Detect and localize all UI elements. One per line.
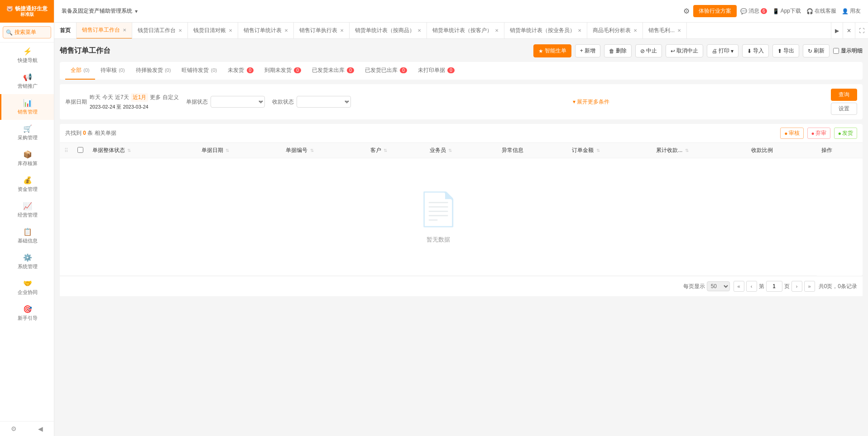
filter-tab-shipped-out[interactable]: 已发货已出库 0 (360, 62, 412, 80)
sidebar-item-inventory[interactable]: 📦 库存核算 (0, 146, 54, 171)
date-yesterday[interactable]: 昨天 (90, 94, 101, 101)
sidebar-item-quick-nav[interactable]: ⚡ 快捷导航 (0, 43, 54, 68)
tab-maximize[interactable]: ⛶ (855, 23, 868, 39)
print-dropdown-icon[interactable]: ▾ (731, 48, 734, 54)
collapse-icon[interactable]: ◀ (38, 425, 43, 432)
payment-select[interactable] (297, 96, 351, 108)
sort-staff-icon[interactable]: ⇅ (448, 148, 452, 153)
tab-sales-margin[interactable]: 销售毛利... ✕ (643, 23, 687, 39)
sort-customer-icon[interactable]: ⇅ (384, 148, 387, 153)
sidebar-item-guide[interactable]: 🎯 新手引导 (0, 300, 54, 326)
tab-close-cash-daily[interactable]: ✕ (178, 28, 182, 33)
date-1month[interactable]: 近1月 (131, 93, 149, 102)
date-today[interactable]: 今天 (102, 94, 113, 101)
date-custom[interactable]: 自定义 (163, 94, 179, 101)
tab-close-sales-margin[interactable]: ✕ (677, 28, 681, 33)
tab-close-sales-workbench[interactable]: ✕ (123, 28, 126, 33)
sort-status-icon[interactable]: ⇅ (127, 148, 131, 153)
filter-tab-wangpu[interactable]: 旺铺待发货 (0) (176, 62, 222, 80)
first-page-button[interactable]: « (734, 281, 744, 292)
tab-sales-by-staff[interactable]: 销货单统计表（按业务员） ✕ (504, 23, 587, 39)
sort-number-icon[interactable]: ⇅ (310, 148, 314, 153)
cancel-audit-button[interactable]: ● 弃审 (807, 128, 830, 139)
tab-close-gross-profit[interactable]: ✕ (633, 28, 637, 33)
show-detail-input[interactable] (833, 48, 839, 54)
tab-sales-by-customer[interactable]: 销货单统计表（按客户） ✕ (427, 23, 504, 39)
delete-button[interactable]: 🗑 删除 (604, 44, 632, 57)
prev-page-button[interactable]: ‹ (746, 281, 757, 292)
sidebar-item-system[interactable]: ⚙️ 系统管理 (0, 249, 54, 275)
stop-button[interactable]: ⊘ 中止 (635, 44, 662, 57)
tab-close-by-product[interactable]: ✕ (417, 28, 421, 33)
query-button[interactable]: 查询 (831, 89, 857, 101)
tab-close-sales-exec[interactable]: ✕ (340, 28, 344, 33)
tab-cash-daily[interactable]: 钱货日清工作台 ✕ (132, 23, 188, 39)
deliver-button[interactable]: ● 发货 (834, 128, 857, 139)
tab-close-sales-stats[interactable]: ✕ (284, 28, 288, 33)
audit-button[interactable]: ● 审核 (780, 128, 803, 139)
tab-sales-workbench[interactable]: 销售订单工作台 ✕ (77, 23, 132, 39)
tab-sales-by-product[interactable]: 销货单统计表（按商品） ✕ (350, 23, 427, 39)
filter-tab-shipped-not-out[interactable]: 已发货未出库 0 (307, 62, 360, 80)
sidebar-item-sales[interactable]: 📊 销售管理 (0, 94, 54, 120)
settings-icon[interactable]: ⚙ (11, 425, 17, 432)
add-button[interactable]: + 新增 (575, 44, 600, 57)
cancel-stop-button[interactable]: ↩ 取消中止 (666, 44, 703, 57)
tab-close-reconciliation[interactable]: ✕ (229, 28, 232, 33)
print-icon: 🖨 (712, 48, 717, 54)
filter-tab-unprinted[interactable]: 未打印单据 0 (412, 62, 460, 80)
set-button[interactable]: 设置 (831, 103, 857, 115)
export-button[interactable]: ⬆ 导出 (772, 44, 799, 57)
sort-accumulated-icon[interactable]: ⇅ (685, 148, 689, 153)
lightning-icon: ⚡ (23, 47, 32, 56)
sidebar-item-marketing[interactable]: 📢 营销推广 (0, 68, 54, 94)
page-number-input[interactable] (766, 281, 782, 292)
count-number: 0 (83, 130, 86, 136)
tab-scroll-right[interactable]: ▶ (831, 23, 843, 39)
tab-reconciliation[interactable]: 钱货日清对账 ✕ (188, 23, 238, 39)
table-body: 📄 暂无数据 (60, 158, 863, 276)
sort-amount-icon[interactable]: ⇅ (596, 148, 600, 153)
tab-close-by-staff[interactable]: ✕ (578, 28, 581, 33)
tab-sales-exec[interactable]: 销售订单执行表 ✕ (294, 23, 350, 39)
topbar-settings-icon[interactable]: ⚙ (683, 7, 690, 15)
show-detail-checkbox[interactable]: 显示明细 (833, 47, 863, 55)
tab-gross-profit[interactable]: 商品毛利分析表 ✕ (587, 23, 643, 39)
per-page-select[interactable]: 50 100 200 (707, 281, 730, 291)
message-action[interactable]: 💬 消息 6 (740, 7, 767, 15)
filter-tab-unshipped[interactable]: 未发货 0 (222, 62, 259, 80)
next-page-button[interactable]: › (791, 281, 802, 292)
filter-tab-pending[interactable]: 待审核 (0) (95, 62, 130, 80)
sidebar-item-cooperation[interactable]: 🤝 企业协同 (0, 275, 54, 300)
import-button[interactable]: ⬇ 导入 (742, 44, 769, 57)
tab-close-all[interactable]: ✕ (843, 23, 855, 39)
filter-tab-all[interactable]: 全部 (0) (65, 62, 95, 80)
ai-generate-button[interactable]: ★ 智能生单 (533, 44, 571, 57)
status-select[interactable] (211, 96, 265, 108)
tab-sales-stats[interactable]: 销售订单统计表 ✕ (238, 23, 294, 39)
sidebar-item-operations[interactable]: 📈 经营管理 (0, 197, 54, 223)
filter-tab-pending-inspect[interactable]: 待择验发货 (0) (130, 62, 177, 80)
select-all-checkbox[interactable] (77, 147, 83, 153)
tab-close-by-customer[interactable]: ✕ (495, 28, 499, 33)
solution-button[interactable]: 体验行业方案 (693, 5, 737, 17)
sidebar-item-finance[interactable]: 💰 资金管理 (0, 171, 54, 197)
tab-home[interactable]: 首页 (54, 23, 77, 39)
expand-conditions-button[interactable]: ▾ 展开更多条件 (573, 98, 609, 106)
system-dropdown[interactable]: ▾ (135, 8, 138, 14)
print-button[interactable]: 🖨 打印 ▾ (707, 44, 739, 57)
online-service-action[interactable]: 🎧 在线客服 (806, 7, 836, 15)
app-download-action[interactable]: 📱 App下载 (772, 7, 801, 15)
date-7days[interactable]: 近7天 (115, 94, 129, 101)
page-header: 销售订单工作台 ★ 智能生单 + 新增 🗑 删除 ⊘ 中止 ↩ 取消中止 (60, 44, 863, 57)
sidebar-item-base-info[interactable]: 📋 基础信息 (0, 223, 54, 249)
sidebar-item-purchase[interactable]: 🛒 采购管理 (0, 120, 54, 146)
last-page-button[interactable]: » (804, 281, 815, 292)
search-menu-button[interactable]: 🔍 搜索菜单 (3, 26, 51, 38)
filter-tab-overdue[interactable]: 到期未发货 0 (259, 62, 307, 80)
col-exception: 异常信息 (497, 143, 568, 158)
date-more[interactable]: 更多 (150, 94, 161, 101)
refresh-button[interactable]: ↻ 刷新 (803, 44, 830, 57)
user-action[interactable]: 👤 用友 (842, 7, 861, 15)
sort-date-icon[interactable]: ⇅ (225, 148, 229, 153)
